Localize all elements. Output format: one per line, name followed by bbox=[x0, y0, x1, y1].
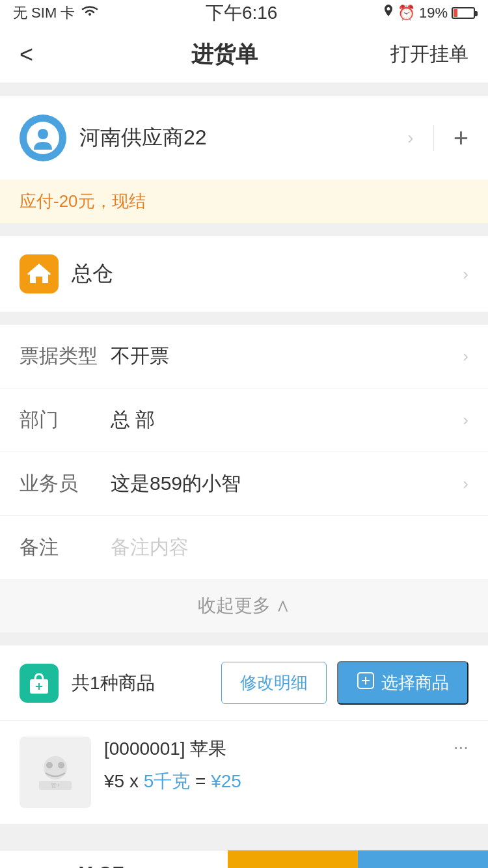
battery-percent: 19% bbox=[419, 5, 448, 21]
product-info: [0000001] 苹果 ¥5 x 5千克 = ¥25 bbox=[104, 737, 429, 794]
select-product-button[interactable]: 选择商品 bbox=[337, 661, 468, 705]
location-icon bbox=[383, 5, 394, 21]
supplier-name: 河南供应商22 bbox=[79, 124, 407, 152]
svg-point-9 bbox=[46, 762, 53, 768]
product-equals: = bbox=[195, 771, 211, 791]
product-total: ¥25 bbox=[211, 771, 241, 791]
alarm-icon: ⏰ bbox=[398, 5, 415, 21]
product-more-button[interactable]: ··· bbox=[429, 737, 468, 757]
product-code: [0000001] bbox=[104, 739, 185, 759]
section-divider-4 bbox=[0, 632, 488, 645]
warehouse-icon bbox=[20, 254, 59, 293]
house-icon bbox=[27, 262, 51, 286]
product-unit-price: ¥5 bbox=[104, 771, 124, 791]
supplier-row[interactable]: 河南供应商22 › + bbox=[0, 96, 488, 180]
fields-section: 票据类型 不开票 › 部门 总 部 › 业务员 这是859的小智 › 备注 备注… bbox=[0, 325, 488, 579]
supplier-add-button[interactable]: + bbox=[454, 124, 468, 153]
footer-total: 合计： ¥ 25 共1种 bbox=[0, 862, 228, 868]
field-value-invoice: 不开票 bbox=[111, 343, 456, 370]
products-header: 共1种商品 修改明细 选择商品 bbox=[0, 645, 488, 720]
section-divider-2 bbox=[0, 223, 488, 236]
select-product-label: 选择商品 bbox=[381, 671, 449, 694]
status-bar: 无 SIM 卡 下午6:16 ⏰ 19% bbox=[0, 0, 488, 26]
product-thumb-logo: 管+ bbox=[33, 750, 78, 795]
settle-button[interactable]: 结算 bbox=[358, 850, 488, 869]
collapse-button[interactable]: 收起更多 ∧ bbox=[0, 579, 488, 632]
bag-icon bbox=[27, 671, 51, 695]
footer-total-amount: ¥ 25 bbox=[79, 862, 125, 868]
svg-point-0 bbox=[38, 129, 48, 139]
person-icon bbox=[31, 126, 55, 150]
warehouse-section: 总仓 › bbox=[0, 236, 488, 312]
svg-point-10 bbox=[58, 762, 64, 768]
field-label-invoice: 票据类型 bbox=[20, 343, 111, 370]
field-chevron-invoice: › bbox=[463, 346, 468, 366]
pend-button[interactable]: 挂单 bbox=[228, 850, 358, 869]
sim-label: 无 SIM 卡 bbox=[13, 3, 75, 23]
field-label-sales: 业务员 bbox=[20, 470, 111, 497]
field-label-dept: 部门 bbox=[20, 407, 111, 433]
section-divider-3 bbox=[0, 312, 488, 325]
product-price-row: ¥5 x 5千克 = ¥25 bbox=[104, 769, 429, 794]
product-multiply: x bbox=[129, 771, 144, 791]
warehouse-row[interactable]: 总仓 › bbox=[0, 236, 488, 312]
wifi-icon bbox=[80, 4, 100, 22]
back-button[interactable]: < bbox=[20, 41, 59, 68]
field-chevron-dept: › bbox=[463, 410, 468, 430]
product-thumbnail: 管+ bbox=[20, 737, 91, 808]
status-time: 下午6:16 bbox=[206, 1, 278, 25]
modify-detail-button[interactable]: 修改明细 bbox=[221, 662, 327, 704]
status-left: 无 SIM 卡 bbox=[13, 3, 100, 23]
products-icon bbox=[20, 664, 59, 703]
open-pending-button[interactable]: 打开挂单 bbox=[390, 41, 468, 68]
field-chevron-sales: › bbox=[463, 474, 468, 494]
select-product-icon bbox=[357, 671, 375, 694]
products-count: 共1种商品 bbox=[72, 671, 221, 696]
warehouse-chevron-icon: › bbox=[463, 264, 468, 284]
field-department[interactable]: 部门 总 部 › bbox=[0, 388, 488, 452]
supplier-avatar-inner bbox=[27, 122, 59, 154]
nav-bar: < 进货单 打开挂单 bbox=[0, 26, 488, 83]
status-right: ⏰ 19% bbox=[383, 5, 475, 21]
field-label-remark: 备注 bbox=[20, 534, 111, 561]
field-value-dept: 总 部 bbox=[111, 407, 456, 433]
supplier-section: 河南供应商22 › + 应付-20元，现结 bbox=[0, 96, 488, 223]
footer-total-row: 合计： ¥ 25 bbox=[20, 862, 208, 868]
section-divider-1 bbox=[0, 83, 488, 96]
supplier-chevron-icon: › bbox=[407, 128, 413, 148]
page-title: 进货单 bbox=[191, 40, 258, 70]
footer: 合计： ¥ 25 共1种 挂单 结算 bbox=[0, 850, 488, 868]
supplier-avatar bbox=[20, 115, 66, 161]
product-title: 苹果 bbox=[190, 739, 226, 759]
product-qty: 5千克 bbox=[144, 771, 191, 791]
supplier-notice: 应付-20元，现结 bbox=[0, 180, 488, 223]
warehouse-name: 总仓 bbox=[72, 260, 463, 288]
field-value-sales: 这是859的小智 bbox=[111, 470, 456, 497]
field-remark[interactable]: 备注 备注内容 bbox=[0, 516, 488, 579]
field-invoice-type[interactable]: 票据类型 不开票 › bbox=[0, 325, 488, 388]
battery-icon bbox=[452, 7, 475, 19]
product-item: 管+ [0000001] 苹果 ¥5 x 5千克 = ¥25 ··· bbox=[0, 720, 488, 824]
field-value-remark: 备注内容 bbox=[111, 534, 468, 561]
field-salesperson[interactable]: 业务员 这是859的小智 › bbox=[0, 452, 488, 516]
section-divider-5 bbox=[0, 824, 488, 850]
products-section: 共1种商品 修改明细 选择商品 管+ [0000001] 苹果 bbox=[0, 645, 488, 824]
svg-rect-1 bbox=[36, 277, 42, 283]
supplier-divider bbox=[433, 125, 434, 151]
product-name: [0000001] 苹果 bbox=[104, 737, 429, 761]
svg-text:管+: 管+ bbox=[51, 782, 60, 789]
